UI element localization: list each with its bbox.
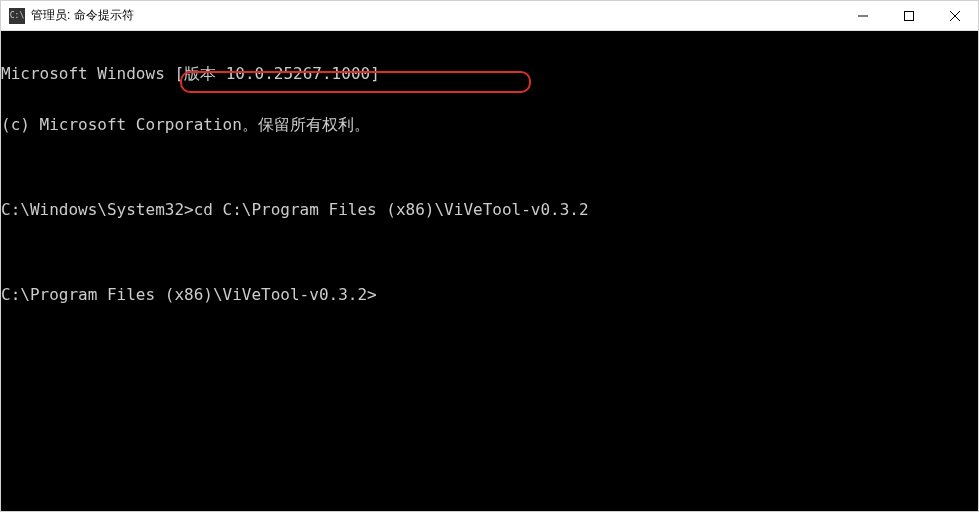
command-text: cd C:\Program Files (x86)\ViVeTool-v0.3.… [194,200,589,219]
current-prompt-line: C:\Program Files (x86)\ViVeTool-v0.3.2> [1,286,978,304]
titlebar[interactable]: C:\ 管理员: 命令提示符 [1,1,978,31]
command-prompt-window: C:\ 管理员: 命令提示符 Microsoft Windows [版本 10.… [0,0,979,512]
window-title: 管理员: 命令提示符 [31,7,134,24]
terminal-command-line: C:\Windows\System32>cd C:\Program Files … [1,201,978,218]
terminal-area[interactable]: Microsoft Windows [版本 10.0.25267.1000] (… [1,31,978,511]
cmd-icon: C:\ [9,8,25,24]
minimize-icon [858,11,868,21]
svg-rect-1 [905,11,914,20]
maximize-button[interactable] [886,1,932,30]
close-button[interactable] [932,1,978,30]
terminal-line: Microsoft Windows [版本 10.0.25267.1000] [1,65,978,82]
prompt-text: C:\Windows\System32> [1,200,194,219]
prompt-text: C:\Program Files (x86)\ViVeTool-v0.3.2> [1,285,377,304]
close-icon [950,11,960,21]
terminal-line: (c) Microsoft Corporation。保留所有权利。 [1,116,978,133]
terminal-content: Microsoft Windows [版本 10.0.25267.1000] (… [1,31,978,372]
titlebar-left: C:\ 管理员: 命令提示符 [9,7,134,24]
minimize-button[interactable] [840,1,886,30]
maximize-icon [904,11,914,21]
window-controls [840,1,978,30]
